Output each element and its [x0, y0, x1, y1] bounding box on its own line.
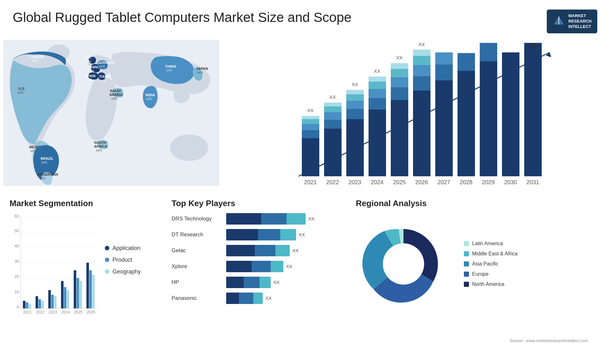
- svg-rect-61: [413, 50, 430, 56]
- top-row: CANADA xx% U.S. xx% MEXICO xx% BRAZIL xx…: [0, 37, 610, 192]
- legend-middle-east: Middle East & Africa: [464, 251, 518, 257]
- svg-rect-70: [502, 52, 519, 176]
- svg-text:2025: 2025: [74, 310, 83, 314]
- svg-text:2027: 2027: [437, 179, 450, 185]
- svg-text:xx%: xx%: [166, 69, 172, 72]
- legend-product: Product: [105, 257, 141, 263]
- logo-icon: [552, 15, 565, 28]
- svg-text:xx%: xx%: [32, 59, 38, 63]
- svg-text:10: 10: [15, 289, 19, 294]
- svg-text:XX: XX: [418, 43, 425, 47]
- player-bar-getac: [226, 245, 290, 256]
- svg-text:2025: 2025: [393, 179, 406, 185]
- player-label-hp: XX: [273, 280, 280, 285]
- seg-legend: Application Product Geography: [105, 213, 141, 275]
- svg-rect-45: [369, 110, 386, 176]
- saudi-label: SAUDI: [110, 89, 121, 93]
- svg-text:2022: 2022: [326, 179, 339, 185]
- svg-text:xx%: xx%: [100, 79, 106, 82]
- bottom-row: Market Segmentation 60 50 40 30 20 10 0: [0, 192, 610, 351]
- svg-text:0: 0: [17, 305, 19, 309]
- svg-text:2026: 2026: [87, 310, 95, 314]
- player-name-dt: DT Research: [172, 232, 222, 238]
- svg-text:2030: 2030: [504, 179, 517, 185]
- players-list: DRS Technology XX DT Research: [172, 213, 343, 304]
- svg-rect-63: [435, 80, 453, 176]
- source-line: Source : www.marketresearchintellect.com: [356, 338, 600, 345]
- svg-rect-37: [324, 103, 342, 106]
- svg-rect-40: [346, 109, 364, 119]
- svg-rect-109: [54, 296, 57, 308]
- svg-text:2023: 2023: [49, 310, 57, 314]
- player-label-panasonic: XX: [265, 295, 272, 301]
- svg-text:XX: XX: [396, 55, 403, 60]
- svg-text:2021: 2021: [304, 179, 317, 185]
- svg-text:2024: 2024: [371, 179, 383, 185]
- spain-label: SPAIN: [85, 74, 96, 78]
- china-label: CHINA: [165, 64, 176, 68]
- player-bar-hp: [226, 277, 271, 288]
- svg-text:2023: 2023: [349, 179, 361, 185]
- legend-dot-product: [105, 258, 109, 262]
- player-label-xplore: XX: [286, 264, 292, 269]
- svg-text:2022: 2022: [36, 310, 44, 314]
- player-name-hp: HP: [172, 279, 222, 286]
- donut-chart: [356, 216, 451, 312]
- svg-rect-113: [67, 290, 69, 308]
- svg-rect-47: [369, 89, 386, 98]
- svg-text:2024: 2024: [61, 310, 70, 314]
- svg-rect-43: [346, 90, 364, 94]
- svg-rect-99: [23, 301, 25, 308]
- svg-text:60: 60: [15, 214, 19, 219]
- legend-label-mea: Middle East & Africa: [472, 251, 518, 257]
- player-label-dt: XX: [299, 232, 305, 237]
- map-section: CANADA xx% U.S. xx% MEXICO xx% BRAZIL xx…: [0, 37, 222, 192]
- legend-geography: Geography: [105, 268, 141, 275]
- logo-text: MARKET RESEARCH INTELLECT: [568, 13, 592, 30]
- svg-rect-108: [51, 294, 54, 308]
- seg-bar-chart: 60 50 40 30 20 10 0: [10, 213, 98, 321]
- legend-label-geography: Geography: [112, 268, 141, 275]
- regional-title: Regional Analysis: [356, 199, 600, 208]
- svg-rect-105: [41, 301, 44, 308]
- svg-rect-31: [302, 116, 319, 119]
- svg-rect-120: [89, 270, 92, 308]
- regional-section: Regional Analysis: [353, 195, 604, 348]
- svg-text:2031: 2031: [526, 179, 539, 185]
- svg-rect-29: [302, 124, 319, 130]
- legend-application: Application: [105, 245, 141, 252]
- svg-text:xx%: xx%: [41, 161, 47, 164]
- svg-rect-100: [26, 302, 28, 308]
- legend-asia-pacific: Asia Pacific: [464, 261, 518, 267]
- svg-rect-49: [369, 77, 386, 82]
- svg-rect-69: [480, 43, 497, 61]
- germany-label: GERMANY: [97, 61, 115, 64]
- svg-rect-33: [324, 129, 342, 176]
- svg-text:xx%: xx%: [99, 65, 105, 68]
- svg-rect-68: [480, 61, 497, 176]
- svg-point-123: [383, 243, 424, 285]
- svg-rect-112: [64, 287, 66, 308]
- svg-rect-64: [435, 64, 453, 80]
- logo: MARKET RESEARCH INTELLECT: [547, 10, 597, 33]
- uk-label: U.K.: [85, 56, 92, 59]
- svg-text:XX: XX: [528, 43, 538, 49]
- header: Global Rugged Tablet Computers Market Si…: [0, 0, 610, 37]
- svg-rect-107: [48, 290, 51, 308]
- italy-label: ITALY: [99, 75, 109, 78]
- players-section: Top Key Players DRS Technology XX DT Res…: [168, 195, 346, 348]
- svg-text:20: 20: [15, 274, 19, 279]
- player-row-getac: Getac XX: [172, 245, 343, 256]
- legend-label-europe: Europe: [472, 271, 489, 277]
- svg-text:2029: 2029: [482, 179, 495, 185]
- svg-text:XX: XX: [352, 82, 358, 87]
- player-row-hp: HP XX: [172, 277, 343, 288]
- legend-dot-application: [105, 246, 109, 250]
- growth-chart: XX XX XX XX: [235, 43, 597, 189]
- svg-text:xx%: xx%: [39, 177, 45, 180]
- svg-text:xx%: xx%: [17, 91, 24, 94]
- svg-rect-103: [36, 296, 38, 308]
- brazil-label: BRAZIL: [41, 157, 54, 160]
- svg-rect-58: [413, 76, 430, 91]
- svg-rect-115: [74, 270, 76, 308]
